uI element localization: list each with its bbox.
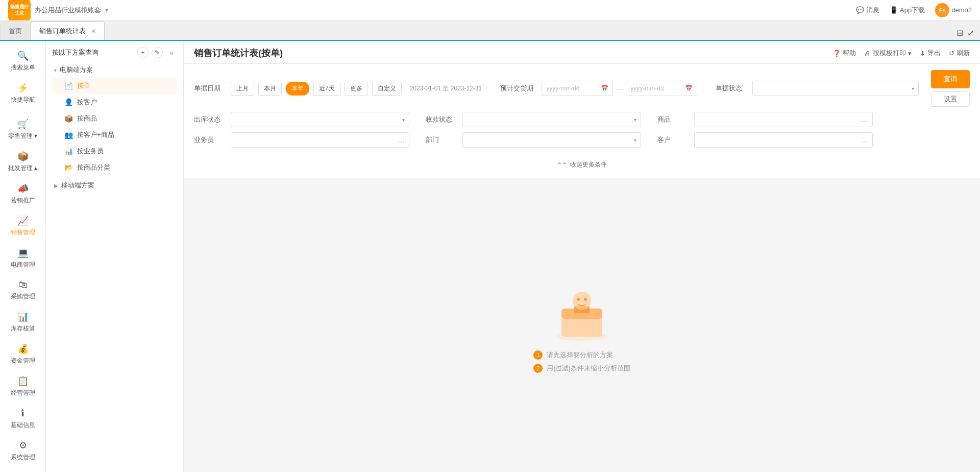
payment-status-select[interactable]: ▾ (462, 112, 641, 127)
department-select[interactable]: ▾ (462, 132, 641, 148)
operation-icon: 📋 (17, 375, 29, 387)
sidebar-item-finance[interactable]: 💰 资金管理 (0, 338, 45, 370)
sidebar-item-label: 电商管理 (11, 261, 35, 269)
sidebar-item-marketing[interactable]: 📣 营销推广 (0, 178, 45, 210)
tab-minimize-icon[interactable]: ⊟ (957, 28, 963, 38)
payment-status-arrow-icon: ▾ (634, 117, 636, 123)
customer-input[interactable]: … (694, 132, 873, 148)
scheme-by-order[interactable]: 📄 按单 (52, 78, 177, 94)
filter-row-3: 业务员 … 部门 ▾ 客户 … (194, 132, 970, 148)
add-scheme-btn[interactable]: + (137, 47, 149, 58)
content-area: 按以下方案查询 + ✎ « ▾ 电脑端方案 (46, 41, 980, 472)
date-end-field[interactable]: yyyy-mm-dd 📅 (626, 81, 697, 96)
pc-scheme-group: ▾ 电脑端方案 📄 按单 👤 按客户 📦 按商品 (52, 62, 177, 176)
date-start-placeholder: yyyy-mm-dd (546, 85, 579, 92)
export-btn[interactable]: ⬇ 导出 (920, 49, 941, 58)
scheme-by-category[interactable]: 📂 按商品分类 (52, 159, 177, 176)
bill-status-arrow-icon: ▾ (912, 86, 914, 91)
tab-close-icon[interactable]: ✕ (91, 28, 96, 35)
refresh-btn[interactable]: ↺ 刷新 (949, 49, 970, 58)
ship-status-select[interactable]: ▾ (231, 112, 409, 127)
refresh-icon: ↺ (949, 50, 954, 57)
scheme-by-salesperson[interactable]: 📊 按业务员 (52, 143, 177, 159)
finance-icon: 💰 (17, 343, 29, 355)
basic-info-icon: ℹ (21, 408, 24, 419)
sidebar-item-label: 搜索菜单 (11, 63, 35, 72)
date-label: 单据日期 (194, 84, 223, 93)
date-btn-more[interactable]: 更多 (345, 82, 368, 96)
sidebar-item-label: 营销推广 (11, 196, 35, 205)
pc-schemes-section: ▾ 电脑端方案 📄 按单 👤 按客户 📦 按商品 (46, 62, 183, 193)
expand-arrow-icon: ▶ (54, 183, 58, 188)
customer-more-icon[interactable]: … (861, 136, 868, 144)
tab-sales-order[interactable]: 销售订单统计表 ✕ (31, 21, 105, 40)
empty-tip-1: 1 请先选择要分析的方案 (533, 350, 630, 360)
by-category-icon: 📂 (64, 163, 73, 172)
scheme-by-customer[interactable]: 👤 按客户 (52, 94, 177, 110)
page-title: 销售订单统计表(按单) (194, 47, 283, 59)
date-separator: — (616, 85, 623, 92)
tip-num-1: 1 (533, 350, 543, 360)
date-input-start: yyyy-mm-dd 📅 — yyyy-mm-dd 📅 (542, 81, 697, 96)
date-range-text: 2023-01-01 至 2023-12-31 (410, 84, 482, 93)
date-btn-custom[interactable]: 自定义 (372, 82, 402, 96)
sidebar-item-label: 零售管理 ▾ (8, 132, 37, 140)
department-label: 部门 (426, 135, 454, 145)
wholesale-icon: 📦 (17, 151, 29, 162)
main-layout: 🔍 搜索菜单 ⚡ 快捷导航 🛒 零售管理 ▾ 📦 批发管理 ▴ 📣 营销推广 📈… (0, 41, 980, 472)
scheme-by-customer-product[interactable]: 👥 按客户+商品 (52, 127, 177, 143)
date-btn-last-7[interactable]: 近7天 (313, 82, 340, 96)
sidebar-item-retail[interactable]: 🛒 零售管理 ▾ (0, 113, 45, 146)
tab-bar: 首页 销售订单统计表 ✕ ⊟ ⤢ (0, 20, 980, 41)
pc-scheme-label: 电脑端方案 (60, 65, 93, 75)
goods-more-icon[interactable]: … (861, 115, 868, 124)
user-menu[interactable]: Ea demo2 (935, 3, 972, 17)
edit-scheme-btn[interactable]: ✎ (152, 47, 163, 58)
company-dropdown-icon[interactable]: ▾ (105, 7, 108, 14)
sidebar-item-operation[interactable]: 📋 经营管理 (0, 370, 45, 403)
print-btn[interactable]: 🖨 按模板打印 ▾ (864, 49, 912, 58)
tab-home[interactable]: 首页 (0, 21, 31, 40)
sales-icon: 📈 (17, 215, 29, 226)
svg-point-6 (584, 298, 587, 301)
sidebar-item-ecommerce[interactable]: 💻 电商管理 (0, 242, 45, 274)
salesperson-input[interactable]: … (231, 132, 409, 148)
app-download-btn[interactable]: 📱 App下载 (890, 6, 925, 15)
sidebar-item-enterprise[interactable]: 🏢 企业协同 (0, 467, 45, 472)
sidebar-item-inventory[interactable]: 📊 库存核算 (0, 306, 45, 338)
pc-scheme-header[interactable]: ▾ 电脑端方案 (52, 62, 177, 78)
sidebar-item-sales[interactable]: 📈 销售管理 (0, 210, 45, 242)
expand-arrow-icon: ▾ (54, 67, 57, 73)
date-start-field[interactable]: yyyy-mm-dd 📅 (542, 81, 613, 96)
left-panel: 按以下方案查询 + ✎ « ▾ 电脑端方案 (46, 41, 184, 472)
message-btn[interactable]: 💬 消息 (856, 6, 879, 15)
date-btn-this-year[interactable]: 本年 (286, 82, 309, 96)
inventory-icon: 📊 (17, 311, 29, 322)
date-btn-last-month[interactable]: 上月 (231, 82, 254, 96)
sidebar-item-wholesale[interactable]: 📦 批发管理 ▴ (0, 146, 45, 178)
sidebar-item-purchase[interactable]: 🛍 采购管理 (0, 274, 45, 306)
sidebar-item-basic-info[interactable]: ℹ 基础信息 (0, 403, 45, 435)
salesperson-more-icon[interactable]: … (398, 136, 405, 144)
retail-icon: 🛒 (17, 119, 29, 130)
app-icon: 📱 (890, 6, 898, 14)
mobile-scheme-header[interactable]: ▶ 移动端方案 (52, 178, 177, 193)
setting-btn[interactable]: 设置 (931, 91, 970, 107)
quick-nav-icon: ⚡ (17, 82, 29, 93)
bill-status-select[interactable]: ▾ (752, 81, 919, 96)
scheme-by-product[interactable]: 📦 按商品 (52, 110, 177, 127)
sidebar-item-system[interactable]: ⚙ 系统管理 (0, 435, 45, 467)
help-btn[interactable]: ❓ 帮助 (832, 49, 856, 58)
sidebar-item-search-menu[interactable]: 🔍 搜索菜单 (0, 45, 45, 77)
print-icon: 🖨 (864, 50, 871, 57)
date-btn-this-month[interactable]: 本月 (258, 82, 282, 96)
collapse-more-btn[interactable]: ⌃⌃ 收起更多条件 (194, 157, 970, 172)
edit-icon: ✎ (155, 49, 160, 56)
sidebar-item-label: 经营管理 (11, 389, 35, 397)
tab-expand-icon[interactable]: ⤢ (967, 28, 974, 38)
scheme-by-customer-product-label: 按客户+商品 (77, 130, 114, 139)
goods-input[interactable]: … (694, 112, 873, 127)
sidebar-item-quick-nav[interactable]: ⚡ 快捷导航 (0, 77, 45, 109)
collapse-panel-btn[interactable]: « (166, 47, 177, 58)
query-btn[interactable]: 查询 (931, 70, 970, 88)
